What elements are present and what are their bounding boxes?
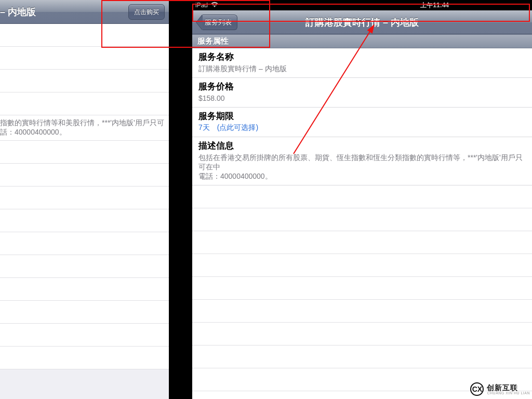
cell-service-price: 服务价格 $158.00 bbox=[192, 78, 532, 108]
watermark-icon: CX bbox=[470, 382, 484, 396]
status-device: iPad bbox=[195, 2, 208, 9]
left-empty-rows: 指數的實時行情等和美股行情，***'内地版'用戶只可 話：40000400000… bbox=[0, 24, 169, 369]
back-button[interactable]: 服务列表 bbox=[196, 15, 237, 30]
list-row bbox=[0, 92, 169, 115]
value-service-term[interactable]: 7天 (点此可选择) bbox=[198, 123, 526, 132]
list-row bbox=[0, 187, 169, 209]
value-service-desc-1: 包括在香港交易所掛牌的所有股票、期貨、恆生指數和恆生分類指數的實時行情等，***… bbox=[198, 153, 526, 171]
value-service-desc-2: 電話：40000400000。 bbox=[198, 171, 526, 181]
label-service-name: 服务名称 bbox=[198, 51, 526, 63]
list-row bbox=[0, 209, 169, 232]
list-row bbox=[192, 208, 532, 231]
watermark-sub: CHUANG XIN HU LIAN bbox=[487, 391, 530, 395]
list-row bbox=[0, 347, 169, 369]
left-navbar: – 内地版 点击购买 bbox=[0, 0, 169, 24]
list-row bbox=[192, 254, 532, 277]
value-service-price: $158.00 bbox=[198, 94, 526, 103]
back-button-label: 服务列表 bbox=[205, 18, 232, 27]
buy-button-label: 点击购买 bbox=[134, 8, 159, 17]
left-desc-line1: 指數的實時行情等和美股行情，***'内地版'用戶只可 bbox=[0, 118, 169, 128]
list-row bbox=[0, 70, 169, 92]
list-row bbox=[192, 300, 532, 323]
list-row bbox=[0, 164, 169, 187]
list-row bbox=[192, 323, 532, 345]
label-service-desc: 描述信息 bbox=[198, 140, 526, 152]
cell-service-desc: 描述信息 包括在香港交易所掛牌的所有股票、期貨、恆生指數和恆生分類指數的實時行情… bbox=[192, 137, 532, 185]
left-desc-fragment: 指數的實時行情等和美股行情，***'内地版'用戶只可 話：40000400000… bbox=[0, 115, 169, 141]
list-row bbox=[0, 255, 169, 278]
left-desc-line2: 話：40000400000。 bbox=[0, 128, 169, 137]
value-service-name: 訂購港股實時行情 – 内地版 bbox=[198, 64, 526, 73]
list-row bbox=[0, 24, 169, 47]
watermark: CX 创新互联 CHUANG XIN HU LIAN bbox=[470, 382, 530, 396]
right-navbar: 服务列表 訂購港股實時行情 – 内地版 bbox=[192, 10, 532, 34]
list-row bbox=[192, 277, 532, 300]
list-row bbox=[0, 232, 169, 255]
right-panel: iPad 上午11:44 服务列表 訂購港股實時行情 – 内地版 服务属性 服务… bbox=[192, 0, 532, 399]
watermark-brand: 创新互联 bbox=[487, 384, 530, 391]
list-row bbox=[192, 185, 532, 208]
list-row bbox=[0, 324, 169, 347]
section-header: 服务属性 bbox=[192, 34, 532, 48]
list-row bbox=[192, 231, 532, 254]
list-row bbox=[192, 345, 532, 368]
list-row bbox=[0, 141, 169, 164]
wifi-icon bbox=[211, 2, 218, 9]
list-row bbox=[0, 278, 169, 301]
list-row bbox=[0, 47, 169, 70]
label-service-price: 服务价格 bbox=[198, 81, 526, 92]
list-row bbox=[0, 301, 169, 324]
cell-service-name: 服务名称 訂購港股實時行情 – 内地版 bbox=[192, 48, 532, 78]
buy-button[interactable]: 点击购买 bbox=[128, 4, 165, 20]
chevron-left-icon bbox=[196, 15, 203, 30]
status-time: 上午11:44 bbox=[420, 1, 449, 10]
watermark-mark: CX bbox=[472, 385, 482, 393]
right-empty-rows bbox=[192, 185, 532, 399]
cell-service-term[interactable]: 服务期限 7天 (点此可选择) bbox=[192, 108, 532, 137]
status-bar: iPad 上午11:44 bbox=[192, 0, 532, 10]
label-service-term: 服务期限 bbox=[198, 111, 526, 122]
right-nav-title: 訂購港股實時行情 – 内地版 bbox=[305, 16, 419, 29]
left-panel: – 内地版 点击购买 指數的實時行情等和美股行情，***'内地版'用戶只可 話：… bbox=[0, 0, 169, 399]
left-nav-title: – 内地版 bbox=[0, 6, 36, 18]
